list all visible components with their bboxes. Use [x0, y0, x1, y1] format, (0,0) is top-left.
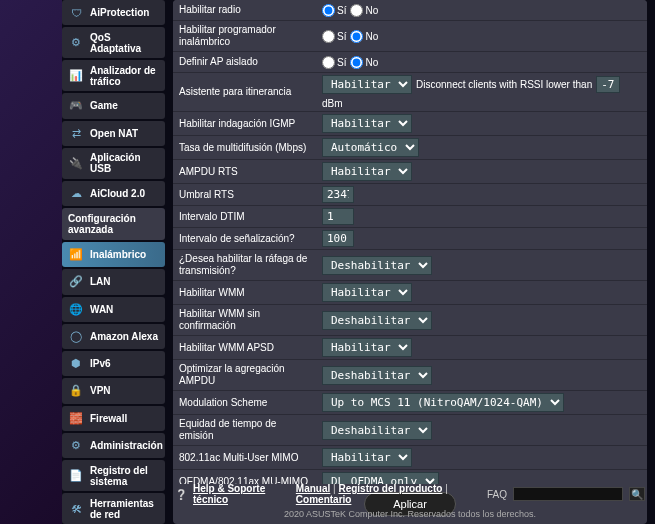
select-wmm[interactable]: Habilitar	[322, 283, 412, 302]
label-rts: Umbral RTS	[173, 186, 318, 204]
search-button[interactable]: 🔍	[629, 487, 645, 501]
sidebar-item-wan[interactable]: 🌐WAN	[62, 297, 165, 322]
label-scheduler: Habilitar programador inalámbrico	[173, 21, 318, 51]
link-manual[interactable]: Manual	[296, 483, 330, 494]
label-ampdurts: AMPDU RTS	[173, 163, 318, 181]
label-ampduopt: Optimizar la agregación AMPDU	[173, 360, 318, 390]
label-multicast: Tasa de multidifusión (Mbps)	[173, 139, 318, 157]
sidebar-item-opennat[interactable]: ⇄Open NAT	[62, 121, 165, 146]
label-txburst: ¿Desea habilitar la ráfaga de transmisió…	[173, 250, 318, 280]
sidebar-item-ipv6[interactable]: ⬢IPv6	[62, 351, 165, 376]
label-radio: Habilitar radio	[173, 1, 318, 19]
sidebar-item-wireless[interactable]: 📶Inalámbrico	[62, 242, 165, 267]
sidebar-item-traffic[interactable]: 📊Analizador de tráfico	[62, 60, 165, 91]
lan-icon: 🔗	[68, 274, 84, 290]
select-wmmnoack[interactable]: Deshabilitar	[322, 311, 432, 330]
search-icon: 🔍	[631, 489, 643, 500]
sidebar-item-aiprotection[interactable]: 🛡AiProtection	[62, 0, 165, 25]
input-rssi[interactable]	[596, 76, 620, 93]
ipv6-icon: ⬢	[68, 356, 84, 372]
shield-icon: 🛡	[68, 5, 84, 21]
section-header-advanced: Configuración avanzada	[62, 208, 165, 240]
radio-si[interactable]: Sí	[322, 56, 346, 69]
link-register[interactable]: Registro del producto	[338, 483, 442, 494]
select-txburst[interactable]: Deshabilitar	[322, 256, 432, 275]
sidebar-item-usb[interactable]: 🔌Aplicación USB	[62, 148, 165, 179]
rssi-unit: dBm	[322, 98, 343, 109]
radio-no[interactable]: No	[350, 30, 378, 43]
select-ampduopt[interactable]: Deshabilitar	[322, 366, 432, 385]
chart-icon: 📊	[68, 68, 84, 84]
sidebar-item-game[interactable]: 🎮Game	[62, 93, 165, 118]
sidebar-item-firewall[interactable]: 🧱Firewall	[62, 406, 165, 431]
sidebar-item-admin[interactable]: ⚙Administración	[62, 433, 165, 458]
label-wmm: Habilitar WMM	[173, 284, 318, 302]
radio-si[interactable]: Sí	[322, 30, 346, 43]
copyright: 2020 ASUSTeK Computer Inc. Reservados to…	[175, 509, 645, 519]
label-mumimo: 802.11ac Multi-User MIMO	[173, 449, 318, 467]
radio-si[interactable]: Sí	[322, 4, 346, 17]
gauge-icon: ⚙	[68, 35, 84, 51]
radio-no[interactable]: No	[350, 4, 378, 17]
sidebar-item-vpn[interactable]: 🔒VPN	[62, 378, 165, 403]
select-multicast[interactable]: Automático	[322, 138, 419, 157]
label-apisolate: Definir AP aislado	[173, 53, 318, 71]
gamepad-icon: 🎮	[68, 98, 84, 114]
wifi-icon: 📶	[68, 247, 84, 263]
faq-search-input[interactable]	[513, 487, 623, 501]
label-igmp: Habilitar indagación IGMP	[173, 115, 318, 133]
help-link[interactable]: Help & Soporte técnico	[193, 483, 290, 505]
label-modscheme: Modulation Scheme	[173, 394, 318, 412]
firewall-icon: 🧱	[68, 410, 84, 426]
faq-label: FAQ	[487, 489, 507, 500]
rssi-text: Disconnect clients with RSSI lower than	[416, 79, 592, 90]
select-airtime[interactable]: Deshabilitar	[322, 421, 432, 440]
select-ampdurts[interactable]: Habilitar	[322, 162, 412, 181]
label-beacon: Intervalo de señalización?	[173, 230, 318, 248]
usb-icon: 🔌	[68, 155, 84, 171]
sidebar-item-aicloud[interactable]: ☁AiCloud 2.0	[62, 181, 165, 206]
input-beacon[interactable]	[322, 230, 354, 247]
alexa-icon: ◯	[68, 328, 84, 344]
sidebar-item-lan[interactable]: 🔗LAN	[62, 269, 165, 294]
select-modscheme[interactable]: Up to MCS 11 (NitroQAM/1024-QAM)	[322, 393, 564, 412]
select-igmp[interactable]: Habilitar	[322, 114, 412, 133]
input-dtim[interactable]	[322, 208, 354, 225]
help-icon: ❔	[175, 489, 187, 500]
radio-no[interactable]: No	[350, 56, 378, 69]
input-rts[interactable]	[322, 186, 354, 203]
globe-icon: 🌐	[68, 301, 84, 317]
admin-icon: ⚙	[68, 438, 84, 454]
label-wmmnoack: Habilitar WMM sin confirmación	[173, 305, 318, 335]
label-airtime: Equidad de tiempo de emisión	[173, 415, 318, 445]
link-feedback[interactable]: Comentario	[296, 494, 352, 505]
label-wmmapsd: Habilitar WMM APSD	[173, 339, 318, 357]
select-wmmapsd[interactable]: Habilitar	[322, 338, 412, 357]
sidebar-item-qos[interactable]: ⚙QoS Adaptativa	[62, 27, 165, 58]
cloud-icon: ☁	[68, 185, 84, 201]
vpn-icon: 🔒	[68, 383, 84, 399]
select-mumimo[interactable]: Habilitar	[322, 448, 412, 467]
label-dtim: Intervalo DTIM	[173, 208, 318, 226]
nat-icon: ⇄	[68, 125, 84, 141]
sidebar-item-alexa[interactable]: ◯Amazon Alexa	[62, 324, 165, 349]
select-roaming[interactable]: Habilitar	[322, 75, 412, 94]
label-roaming: Asistente para itinerancia	[173, 83, 318, 101]
